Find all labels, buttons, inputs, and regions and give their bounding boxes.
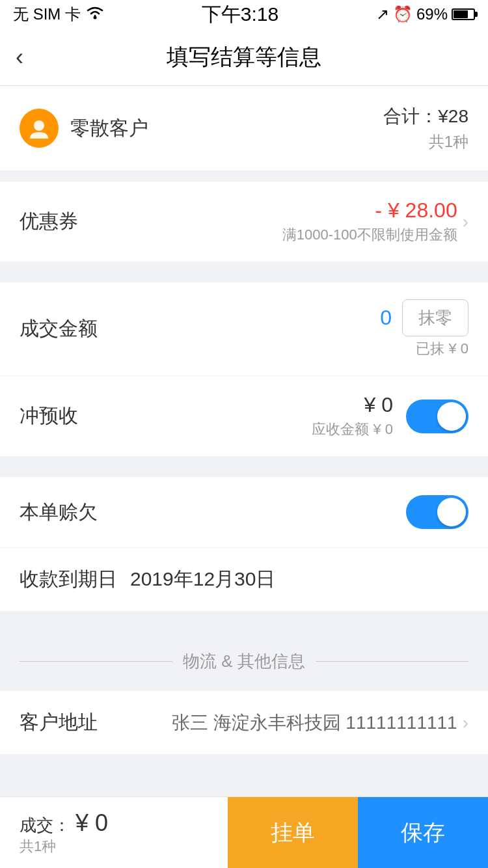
transaction-amount-row: 成交金额 0 抹零 已抹 ¥ 0 xyxy=(0,282,488,376)
prepay-label: 冲预收 xyxy=(20,403,78,429)
page-title: 填写结算等信息 xyxy=(167,42,321,72)
avatar xyxy=(20,109,59,148)
transaction-card: 成交金额 0 抹零 已抹 ¥ 0 冲预收 ¥ 0 应收金额 ¥ 0 xyxy=(0,282,488,456)
back-button[interactable]: ‹ xyxy=(16,44,23,71)
address-label: 客户地址 xyxy=(20,709,98,736)
coupon-amount: - ¥ 28.00 xyxy=(282,198,457,223)
customer-row: 零散客户 合计：¥28 共1种 xyxy=(0,86,488,170)
coupon-right: - ¥ 28.00 满1000-100不限制使用金额 › xyxy=(282,198,468,245)
bottom-summary-top: 成交： ¥ 0 xyxy=(20,809,208,837)
chevron-right-icon: › xyxy=(463,211,468,232)
status-time: 下午3:18 xyxy=(202,1,278,28)
address-right: 张三 海淀永丰科技园 11111111111 › xyxy=(172,711,468,735)
logistics-label: 物流 & 其他信息 xyxy=(183,650,305,673)
status-right: ↗ ⏰ 69% xyxy=(376,5,475,23)
alarm-icon: ⏰ xyxy=(393,5,413,23)
address-value: 张三 海淀永丰科技园 11111111111 xyxy=(172,711,457,735)
bottom-summary: 成交： ¥ 0 共1种 xyxy=(0,809,228,856)
due-date-value: 2019年12月30日 xyxy=(130,566,275,593)
transaction-amount-value: 0 xyxy=(380,306,392,330)
customer-left: 零散客户 xyxy=(20,109,148,148)
due-date-row: 收款到期日 2019年12月30日 xyxy=(0,547,488,611)
coupon-card[interactable]: 优惠券 - ¥ 28.00 满1000-100不限制使用金额 › xyxy=(0,181,488,262)
location-icon: ↗ xyxy=(376,5,389,23)
total-count: 共1种 xyxy=(383,131,468,152)
prepay-toggle[interactable] xyxy=(406,400,468,433)
address-chevron-icon: › xyxy=(463,712,468,733)
address-row[interactable]: 客户地址 张三 海淀永丰科技园 11111111111 › xyxy=(0,691,488,754)
prepay-amount: ¥ 0 xyxy=(312,393,393,417)
svg-point-1 xyxy=(34,120,44,131)
coupon-desc: 满1000-100不限制使用金额 xyxy=(282,225,457,245)
customer-summary: 合计：¥28 共1种 xyxy=(383,104,468,152)
round-zero-button[interactable]: 抹零 xyxy=(402,299,468,336)
prepay-receivable: 应收金额 ¥ 0 xyxy=(312,420,393,439)
total-amount: 合计：¥28 xyxy=(383,104,468,129)
section-divider-2 xyxy=(0,467,488,477)
prepay-row: 冲预收 ¥ 0 应收金额 ¥ 0 xyxy=(0,376,488,456)
debt-row: 本单赊欠 xyxy=(0,477,488,547)
nav-bar: ‹ 填写结算等信息 xyxy=(0,29,488,86)
logistics-line-right xyxy=(316,661,468,662)
transaction-amount-right: 0 抹零 xyxy=(380,299,468,336)
status-bar: 无 SIM 卡 下午3:18 ↗ ⏰ 69% xyxy=(0,0,488,29)
bottom-bar: 成交： ¥ 0 共1种 挂单 保存 xyxy=(0,796,488,868)
section-divider-3 xyxy=(0,621,488,632)
status-left: 无 SIM 卡 xyxy=(13,4,104,25)
coupon-label: 优惠券 xyxy=(20,208,78,235)
debt-toggle[interactable] xyxy=(406,495,468,529)
customer-card: 零散客户 合计：¥28 共1种 xyxy=(0,86,488,170)
transaction-amount-label: 成交金额 xyxy=(20,316,98,342)
transaction-amount-sub: 已抹 ¥ 0 xyxy=(380,339,468,359)
coupon-row[interactable]: 优惠券 - ¥ 28.00 满1000-100不限制使用金额 › xyxy=(0,181,488,262)
logistics-section: 物流 & 其他信息 xyxy=(0,632,488,691)
save-button[interactable]: 保存 xyxy=(358,797,488,869)
debt-card: 本单赊欠 收款到期日 2019年12月30日 xyxy=(0,477,488,611)
debt-label: 本单赊欠 xyxy=(20,499,98,526)
hang-button[interactable]: 挂单 xyxy=(228,797,358,869)
svg-point-0 xyxy=(94,16,97,20)
section-divider-1 xyxy=(0,272,488,282)
customer-name: 零散客户 xyxy=(70,115,148,142)
logistics-divider: 物流 & 其他信息 xyxy=(20,650,468,673)
battery-percent: 69% xyxy=(416,5,448,23)
battery-icon xyxy=(452,8,475,20)
bottom-summary-amount: ¥ 0 xyxy=(75,809,108,837)
content: 零散客户 合计：¥28 共1种 优惠券 - ¥ 28.00 满1000-100不… xyxy=(0,86,488,868)
bottom-summary-count: 共1种 xyxy=(20,837,208,856)
bottom-summary-label: 成交： xyxy=(20,814,70,837)
logistics-line-left xyxy=(20,661,172,662)
wifi-icon xyxy=(86,5,104,23)
due-date-label: 收款到期日 xyxy=(20,566,117,593)
signal-text: 无 SIM 卡 xyxy=(13,4,81,25)
address-card[interactable]: 客户地址 张三 海淀永丰科技园 11111111111 › xyxy=(0,691,488,754)
